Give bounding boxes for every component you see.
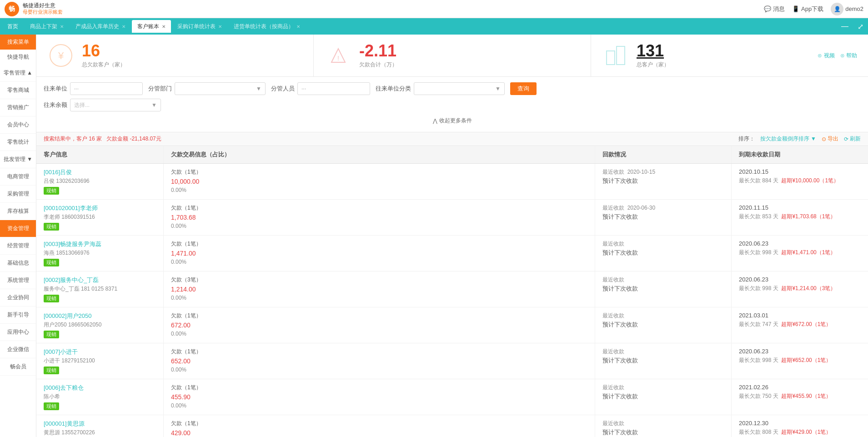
tab-bar-actions: — ⤢: [838, 21, 866, 32]
table-row: [000001]黄思源 黄思源 13552700226 现销 欠款（1笔） 42…: [36, 415, 868, 437]
sidebar-item-member[interactable]: 会员中心: [0, 116, 36, 134]
refresh-button[interactable]: ⟳ 刷新: [844, 135, 861, 143]
sidebar-item-retail-mgmt[interactable]: 零售管理 ▲: [0, 65, 36, 82]
help-btn[interactable]: ⊙ 帮助: [840, 52, 857, 60]
filter-item-unit: 往来单位 ···: [44, 82, 143, 95]
debt-label-3: 欠款（3笔）: [171, 276, 587, 284]
sidebar-item-ecommerce[interactable]: 电商管理: [0, 168, 36, 186]
cell-collection-5: 最近收款 预计下次收款: [595, 343, 732, 379]
sidebar-item-finance[interactable]: 资金管理: [0, 220, 36, 237]
purchase-label: 采购管理: [7, 191, 29, 197]
debt-amount-0[interactable]: 10,000.00: [171, 178, 587, 185]
next-collection-7: 预计下次收款: [602, 428, 724, 437]
debt-amount-5[interactable]: 652.00: [171, 357, 587, 365]
sidebar-item-batch-mgmt[interactable]: 批发管理 ▼: [0, 151, 36, 168]
export-icon: ⊙: [822, 136, 826, 142]
debt-amount-6[interactable]: 455.90: [171, 393, 587, 401]
new-guide-label: 新手引导: [7, 311, 29, 318]
overdue-link-0[interactable]: 超期¥10,000.00（1笔）: [781, 177, 839, 184]
cell-collection-6: 最近收款 预计下次收款: [595, 379, 732, 415]
overdue-link-6[interactable]: 超期¥455.90（1笔）: [781, 393, 831, 399]
tab-production[interactable]: 产成品入库单历史 ✕: [70, 20, 131, 33]
sidebar-item-new-guide[interactable]: 新手引导: [0, 306, 36, 324]
svg-rect-3: [607, 51, 615, 65]
customer-name-3[interactable]: [0002]服务中心_丁磊: [44, 276, 156, 284]
export-button[interactable]: ⊙ 导出: [822, 135, 838, 143]
sidebar-item-retail-stat[interactable]: 零售统计: [0, 134, 36, 151]
overdue-link-7[interactable]: 超期¥429.00（1笔）: [781, 429, 831, 435]
summary-row: ¥ 16 总欠款客户（家） ! -2.11 欠款合计（万）: [36, 35, 868, 77]
next-collection-5: 预计下次收款: [602, 357, 724, 365]
sidebar-item-retail-store[interactable]: 零售商城: [0, 82, 36, 99]
video-btn[interactable]: ⊙ 视频: [818, 52, 834, 60]
filter-category-select[interactable]: ▼: [414, 82, 505, 95]
tab-minimize-btn[interactable]: —: [838, 21, 851, 31]
sidebar-item-corp-wechat[interactable]: 企业微信: [0, 341, 36, 358]
tab-products[interactable]: 商品上下架 ✕: [25, 20, 69, 33]
sidebar-item-basic-info[interactable]: 基础信息: [0, 255, 36, 272]
retail-store-label: 零售商城: [7, 87, 29, 93]
tab-customer-account[interactable]: 客户账本 ✕: [132, 20, 171, 33]
debt-amount-7[interactable]: 429.00: [171, 429, 587, 437]
filter-balance-select[interactable]: 选择... ▼: [70, 99, 161, 111]
total-customers-num: 131: [637, 43, 669, 59]
sidebar-item-enterprise[interactable]: 企业协同: [0, 289, 36, 306]
filter-item-dept: 分管部门 ▼: [148, 82, 266, 95]
overdue-link-2[interactable]: 超期¥1,471.00（1笔）: [781, 249, 836, 256]
sidebar-fast-nav[interactable]: 快捷导航: [0, 50, 36, 65]
sidebar-item-sys-mgmt[interactable]: 系统管理: [0, 272, 36, 289]
tab-purchase-order[interactable]: 采购订单统计表 ✕: [172, 20, 227, 33]
customer-name-7[interactable]: [000001]黄思源: [44, 420, 156, 428]
overdue-info-7: 最长欠款 808 天 超期¥429.00（1笔）: [739, 428, 861, 436]
tab-home[interactable]: 首页: [2, 20, 24, 33]
customer-name-6[interactable]: [0006]去下粮仓: [44, 384, 156, 392]
tab-products-close[interactable]: ✕: [60, 24, 64, 29]
tab-instock-close[interactable]: ✕: [296, 24, 300, 29]
debt-amount-4[interactable]: 672.00: [171, 321, 587, 329]
tab-instock-stat[interactable]: 进货单统计表（按商品） ✕: [228, 20, 306, 33]
tab-customer-close[interactable]: ✕: [162, 24, 166, 29]
overdue-info-2: 最长欠款 998 天 超期¥1,471.00（1笔）: [739, 249, 861, 256]
app-download-btn[interactable]: 📱 App下载: [792, 5, 823, 13]
overdue-link-1[interactable]: 超期¥1,703.68（1笔）: [781, 213, 836, 220]
query-button[interactable]: 查询: [510, 82, 537, 95]
sidebar-search[interactable]: 搜索菜单: [0, 35, 36, 50]
sidebar-item-purchase[interactable]: 采购管理: [0, 186, 36, 203]
overdue-link-3[interactable]: 超期¥1,214.00（3笔）: [781, 285, 836, 291]
next-collection-1: 预计下次收款: [602, 213, 724, 221]
customer-name-0[interactable]: [0016]吕俊: [44, 168, 156, 176]
customer-name-2[interactable]: [0003]畅捷服务尹海蕊: [44, 240, 156, 248]
overdue-link-5[interactable]: 超期¥652.00（1笔）: [781, 357, 831, 363]
overdue-link-4[interactable]: 超期¥672.00（1笔）: [781, 321, 831, 327]
finance-label: 资金管理: [7, 225, 29, 231]
sort-select[interactable]: 按欠款金额倒序排序 ▼: [760, 135, 816, 143]
sidebar-item-inventory[interactable]: 库存核算: [0, 203, 36, 220]
table-row: [0016]吕俊 吕俊 13026203696 现销 欠款（1笔） 10,000…: [36, 164, 868, 200]
due-date-3: 2020.06.23: [739, 276, 861, 283]
filter-dept-select[interactable]: ▼: [175, 82, 266, 95]
collapse-btn[interactable]: ⋀ 收起更多条件: [44, 115, 861, 126]
tab-purchase-close[interactable]: ✕: [218, 24, 222, 29]
customer-name-1[interactable]: [0001020001]李老师: [44, 204, 156, 212]
filter-unit-input[interactable]: ···: [70, 82, 143, 95]
filter-manager-input[interactable]: ···: [297, 82, 370, 95]
debt-amount-1[interactable]: 1,703.68: [171, 214, 587, 221]
filter-item-manager: 分管人员 ···: [271, 82, 370, 95]
customer-sub-2: 海燕 18513066976: [44, 249, 156, 257]
tab-production-close[interactable]: ✕: [122, 24, 125, 29]
customer-name-5[interactable]: [0007]小进干: [44, 348, 156, 356]
tab-maximize-btn[interactable]: ⤢: [855, 21, 866, 32]
collection-info-5: 最近收款: [602, 348, 724, 356]
customer-name-4[interactable]: [000002]用户2050: [44, 312, 156, 320]
summary-card-debt: ! -2.11 欠款合计（万）: [314, 35, 591, 76]
summary-info-debt: -2.11 欠款合计（万）: [359, 43, 397, 69]
message-btn[interactable]: 💬 消息: [764, 5, 785, 13]
debt-amount-2[interactable]: 1,471.00: [171, 250, 587, 257]
sidebar-item-marketing[interactable]: 营销推广: [0, 99, 36, 116]
user-menu[interactable]: 👤 demo2: [831, 3, 863, 15]
sidebar-item-biz-mgmt[interactable]: 经营管理: [0, 237, 36, 255]
filter-dept-chevron: ▼: [256, 85, 261, 92]
sidebar-item-app-center[interactable]: 应用中心: [0, 324, 36, 341]
sidebar-item-vip-member[interactable]: 畅会员: [0, 358, 36, 376]
debt-amount-3[interactable]: 1,214.00: [171, 286, 587, 293]
